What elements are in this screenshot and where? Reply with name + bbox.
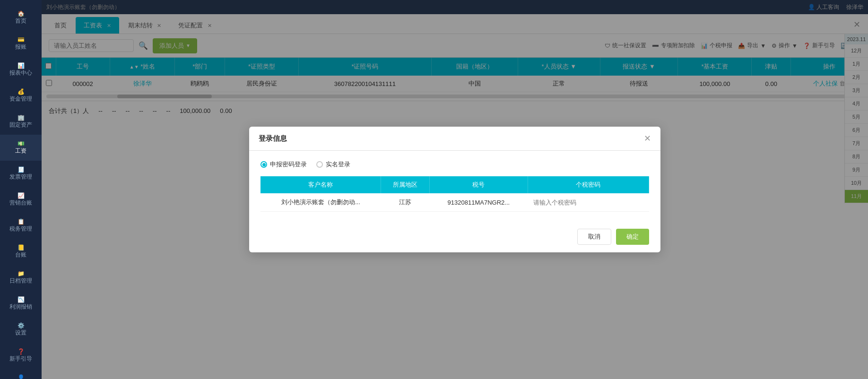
- guide-icon: ❓: [0, 348, 42, 355]
- login-dialog: 登录信息 ✕ 申报密码登录 实名登录 客户名称: [249, 127, 660, 252]
- login-type-radio-group: 申报密码登录 实名登录: [260, 160, 649, 169]
- dialog-password-input-cell[interactable]: [528, 193, 649, 212]
- member-icon: 👤: [0, 374, 42, 379]
- expense-icon: 💳: [0, 36, 42, 43]
- dialog-footer: 取消 确定: [249, 221, 660, 252]
- cancel-button[interactable]: 取消: [577, 229, 611, 245]
- radio-password-login[interactable]: 申报密码登录: [260, 160, 307, 169]
- marketing-icon: 📈: [0, 192, 42, 199]
- modal-overlay: 登录信息 ✕ 申报密码登录 实名登录 客户名称: [42, 0, 868, 379]
- salary-icon: 💵: [0, 140, 42, 147]
- sidebar-item-marketing[interactable]: 📈 营销台账: [0, 187, 42, 213]
- confirm-button[interactable]: 确定: [616, 229, 649, 245]
- home-icon: 🏠: [0, 10, 42, 17]
- login-info-table: 客户名称 所属地区 税号 个税密码 刘小艳演示账套（勿删勿动... 江苏 913…: [260, 176, 649, 212]
- sidebar-item-invoice[interactable]: 🧾 发票管理: [0, 161, 42, 187]
- dialog-col-password: 个税密码: [528, 176, 649, 193]
- profit-icon: 📉: [0, 296, 42, 303]
- invoice-icon: 🧾: [0, 166, 42, 173]
- dialog-header: 登录信息 ✕: [249, 127, 660, 151]
- assets-icon: 🏢: [0, 114, 42, 121]
- ledger-icon: 📒: [0, 244, 42, 251]
- sidebar-item-home[interactable]: 🏠 首页: [0, 5, 42, 31]
- reports-icon: 📊: [0, 62, 42, 69]
- radio-unchecked-icon: [316, 161, 323, 168]
- dialog-tax-no: 91320811MA7NGR2...: [430, 193, 528, 212]
- dialog-close-button[interactable]: ✕: [644, 133, 651, 144]
- dialog-col-taxno: 税号: [430, 176, 528, 193]
- gear-icon: ⚙️: [0, 322, 42, 329]
- funds-icon: 💰: [0, 88, 42, 95]
- sidebar-item-assets[interactable]: 🏢 固定资产: [0, 109, 42, 135]
- dialog-title: 登录信息: [259, 134, 287, 143]
- tax-password-input[interactable]: [533, 199, 643, 206]
- dialog-body: 申报密码登录 实名登录 客户名称 所属地区 税号 个税密码: [249, 151, 660, 221]
- sidebar-item-ledger[interactable]: 📒 台账: [0, 239, 42, 265]
- sidebar-item-settings[interactable]: ⚙️ 设置: [0, 317, 42, 343]
- sidebar-item-profit[interactable]: 📉 利润报销: [0, 291, 42, 317]
- sidebar-item-guide[interactable]: ❓ 新手引导: [0, 343, 42, 369]
- sidebar: 🏠 首页 💳 报账 📊 报表中心 💰 资金管理 🏢 固定资产 💵 工资 🧾 发票…: [0, 0, 42, 379]
- sidebar-item-tax[interactable]: 📋 税务管理: [0, 213, 42, 239]
- sidebar-item-reports[interactable]: 📊 报表中心: [0, 57, 42, 83]
- sidebar-item-funds[interactable]: 💰 资金管理: [0, 83, 42, 109]
- tax-icon: 📋: [0, 218, 42, 225]
- dialog-col-region: 所属地区: [381, 176, 430, 193]
- sidebar-item-expense[interactable]: 💳 报账: [0, 31, 42, 57]
- sidebar-item-member[interactable]: 👤 会员: [0, 369, 42, 379]
- radio-realname-login[interactable]: 实名登录: [316, 160, 350, 169]
- files-icon: 📁: [0, 270, 42, 277]
- radio-checked-icon: [260, 161, 267, 168]
- dialog-client-name: 刘小艳演示账套（勿删勿动...: [260, 193, 381, 212]
- dialog-table-row: 刘小艳演示账套（勿删勿动... 江苏 91320811MA7NGR2...: [260, 193, 649, 212]
- dialog-region: 江苏: [381, 193, 430, 212]
- sidebar-item-salary[interactable]: 💵 工资: [0, 135, 42, 161]
- sidebar-item-files[interactable]: 📁 日档管理: [0, 265, 42, 291]
- dialog-col-name: 客户名称: [260, 176, 381, 193]
